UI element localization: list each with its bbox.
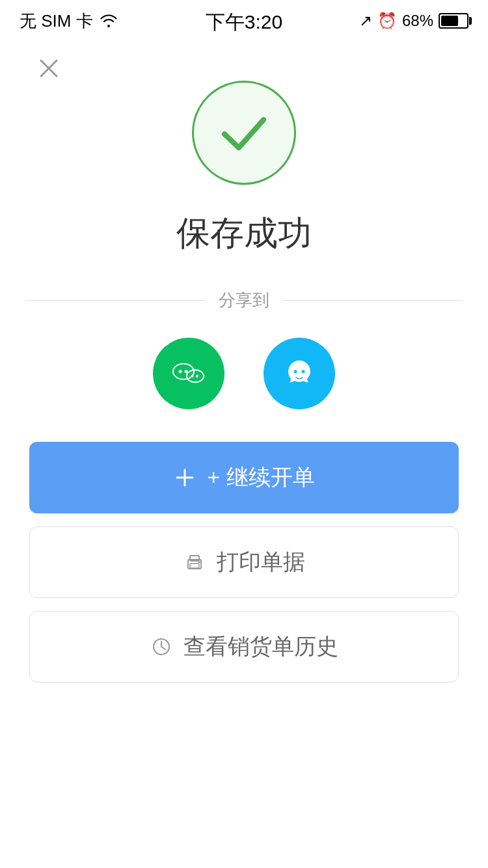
close-button[interactable] — [33, 52, 65, 85]
battery-percent: 68% — [402, 12, 433, 30]
svg-point-6 — [191, 375, 194, 377]
qq-icon — [278, 353, 320, 394]
print-icon — [183, 550, 206, 574]
history-button[interactable]: 查看销货单历史 — [29, 611, 459, 683]
success-title: 保存成功 — [176, 211, 312, 256]
status-bar: 无 SIM 卡 下午3:20 ↗ ⏰ 68% — [0, 0, 488, 42]
battery-icon — [439, 13, 468, 29]
status-right: ↗ ⏰ 68% — [359, 12, 468, 30]
wechat-share-button[interactable] — [153, 338, 224, 409]
qq-share-button[interactable] — [264, 338, 335, 409]
svg-point-15 — [198, 562, 200, 563]
alarm-icon: ⏰ — [377, 12, 397, 30]
main-content: 保存成功 分享到 — [0, 42, 488, 683]
share-divider: 分享到 — [26, 289, 462, 312]
wechat-icon — [168, 353, 210, 394]
plus-icon — [173, 466, 197, 489]
share-icons — [26, 338, 462, 409]
svg-point-3 — [179, 370, 182, 373]
svg-point-9 — [302, 370, 305, 373]
action-buttons: + 继续开单 打印单据 查看销货单历史 — [29, 442, 459, 683]
svg-point-5 — [187, 370, 204, 383]
status-time: 下午3:20 — [206, 9, 282, 36]
svg-point-2 — [173, 364, 194, 379]
svg-point-4 — [185, 370, 188, 373]
share-label: 分享到 — [219, 289, 269, 312]
svg-point-8 — [294, 370, 297, 373]
print-button[interactable]: 打印单据 — [29, 526, 459, 598]
share-section: 分享到 — [0, 289, 488, 409]
continue-button[interactable]: + 继续开单 — [29, 442, 459, 513]
wifi-icon — [100, 14, 118, 28]
success-icon-circle — [192, 81, 296, 185]
svg-rect-14 — [190, 563, 199, 568]
location-icon: ↗ — [359, 12, 372, 30]
status-carrier: 无 SIM 卡 — [20, 10, 118, 33]
svg-point-7 — [196, 375, 198, 377]
checkmark-icon — [215, 103, 273, 162]
history-icon — [150, 635, 173, 658]
